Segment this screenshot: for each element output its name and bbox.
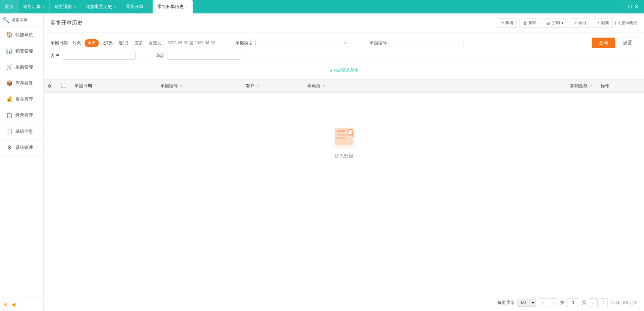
th-spacer [377,80,511,93]
delete-icon: 🗑 [523,21,527,25]
date-shortcuts: 昨天 今天 近7天 近1月 更多 自定义 [70,39,163,47]
sidebar-item-basic[interactable]: 📑 基础信息 [0,123,43,140]
sidebar-bottom: ⚙ ◀ [0,298,43,311]
content-area: 零售开单历史 + 新增 🗑 删除 🖨 打印 ▾ ↗ 导出 ↺ [44,13,644,311]
th-checkbox[interactable] [57,80,70,93]
print-button[interactable]: 🖨 打印 ▾ [543,18,567,28]
date-7days[interactable]: 近7天 [100,39,115,47]
table-header: ⚙ 单据日期 ⇅ 单据编号 ⇅ 客户 ⇅ 导购员 ⇅ 实销金额 ⇅ 操作 [44,80,644,93]
window-minimize-btn[interactable]: — [620,4,626,10]
sidebar-collapse-icon[interactable]: ◀ [11,301,15,308]
sidebar-nav: 🏠 快捷导航 📊 销售管理 🛒 采购管理 📦 库存核算 💰 资金管理 📋 经营管… [0,27,43,298]
window-maximize-btn[interactable]: □ [628,4,632,10]
date-yesterday[interactable]: 昨天 [70,39,83,47]
settings-button[interactable]: 设置 [618,38,637,48]
sidebar-search-label: 搜索采单 [11,17,28,23]
query-button[interactable]: 查询 [592,38,615,48]
last-page-btn[interactable]: ⟫ [599,298,608,307]
sidebar-label-inventory: 库存核算 [15,80,33,86]
number-input[interactable] [390,39,463,47]
th-number: 单据编号 ⇅ [156,80,242,93]
sidebar-item-system[interactable]: ⚙ 系统管理 [0,140,43,156]
tab-close-sales-return[interactable]: × [74,5,76,9]
tab-sales-return-history[interactable]: 销货退货历史× [81,0,121,13]
delete-button[interactable]: 🗑 删除 [519,18,540,28]
sort-number-icon[interactable]: ⇅ [180,84,183,88]
page-header: 零售开单历史 + 新增 🗑 删除 🖨 打印 ▾ ↗ 导出 ↺ [44,13,644,33]
export-button[interactable]: ↗ 导出 [570,18,590,28]
collapse-row: ∧ 收起更多条件 [50,63,637,74]
tab-label-sales-order: 销售订单 [23,4,41,10]
product-filter: 商品 ··· [156,52,241,60]
date-range-display: 2023-06-02 至 2023-06-02 [167,40,215,46]
page-suffix: 页 [581,300,588,306]
page-size-select[interactable]: 10 20 50 100 [517,299,536,307]
show-detail-checkbox[interactable] [615,21,620,25]
tab-close-retail-history[interactable]: × [186,5,188,9]
sort-customer-icon[interactable]: ⇅ [257,84,260,88]
tab-close-sales-order[interactable]: × [43,5,45,9]
product-label: 商品 [156,53,164,59]
date-custom[interactable]: 自定义 [147,39,163,47]
page-number-input[interactable] [567,298,579,307]
pagination-nav: ⟪ ＜ 第 页 ＞ ⟫ [539,298,608,307]
sidebar-label-basic: 基础信息 [15,128,33,135]
customer-input[interactable]: ··· [62,52,136,60]
product-ellipsis: ··· [170,53,174,58]
date-1month[interactable]: 近1月 [116,39,132,47]
tab-retail-open[interactable]: 零售开单× [121,0,152,13]
sidebar-item-sales[interactable]: 📊 销售管理 [0,43,43,59]
tab-close-sales-return-history[interactable]: × [114,5,116,9]
date-more[interactable]: 更多 [133,39,145,47]
page-title: 零售开单历史 [50,19,83,27]
refresh-button[interactable]: ↺ 刷新 [593,18,613,28]
product-input[interactable]: ··· [167,52,241,60]
sidebar-label-finance: 资金管理 [15,96,33,102]
search-buttons: 查询 设置 [592,38,637,48]
first-page-btn[interactable]: ⟪ [539,298,547,307]
sidebar-icon-finance: 💰 [6,96,13,102]
sort-amount-icon[interactable]: ⇅ [590,84,593,88]
sort-guide-icon[interactable]: ⇅ [323,84,325,88]
sidebar: 🔍 搜索采单 🏠 快捷导航 📊 销售管理 🛒 采购管理 📦 库存核算 💰 资金管… [0,13,44,311]
sort-date-icon[interactable]: ⇅ [94,84,97,88]
type-filter: 单据类型 ▾ [235,39,349,47]
date-label: 单据日期 [50,40,68,46]
date-today[interactable]: 今天 [85,39,99,47]
sidebar-icon-inventory: 📦 [6,80,13,86]
sidebar-search[interactable]: 🔍 搜索采单 [0,13,43,27]
tab-close-retail-open[interactable]: × [145,5,147,9]
number-label: 单据编号 [369,40,387,46]
refresh-icon: ↺ [596,21,600,25]
add-button[interactable]: + 新增 [498,18,517,28]
type-select[interactable]: ▾ [255,39,349,47]
print-chevron-icon: ▾ [561,21,563,25]
empty-state-row: 暂无数据 [44,93,644,186]
show-detail-label: 显示明细 [621,20,637,26]
collapse-button[interactable]: ∧ 收起更多条件 [330,66,358,74]
sidebar-item-inventory[interactable]: 📦 库存核算 [0,75,43,91]
th-settings[interactable]: ⚙ [44,80,57,93]
sidebar-settings-icon[interactable]: ⚙ [3,301,8,308]
tab-home[interactable]: 首页 [0,0,18,13]
sidebar-item-finance[interactable]: 💰 资金管理 [0,91,43,107]
filter-row-1: 单据日期 昨天 今天 近7天 近1月 更多 自定义 2023-06-02 至 2… [50,38,637,48]
tab-list: 首页销售订单×销货退货×销货退货历史×零售开单×零售开单历史× [0,0,620,13]
sidebar-item-quick-nav[interactable]: 🏠 快捷导航 [0,27,43,43]
sidebar-item-operation[interactable]: 📋 经营管理 [0,107,43,123]
collapse-icon: ∧ [330,68,333,73]
customer-filter: 客户 ··· [50,52,136,60]
select-all-checkbox[interactable] [61,83,66,88]
tab-retail-history[interactable]: 零售开单历史× [153,0,193,13]
window-close-btn[interactable]: ✕ [634,4,639,10]
show-detail-wrap: 显示明细 [615,20,637,26]
empty-illustration [327,119,361,153]
tab-sales-return[interactable]: 销货退货× [50,0,81,13]
sidebar-label-operation: 经营管理 [15,112,33,118]
type-select-chevron: ▾ [344,41,346,45]
prev-page-btn[interactable]: ＜ [549,298,557,307]
sidebar-item-purchase[interactable]: 🛒 采购管理 [0,59,43,75]
tab-sales-order[interactable]: 销售订单× [18,0,50,13]
next-page-btn[interactable]: ＞ [589,298,598,307]
page-size-label: 每页显示 [497,300,515,306]
